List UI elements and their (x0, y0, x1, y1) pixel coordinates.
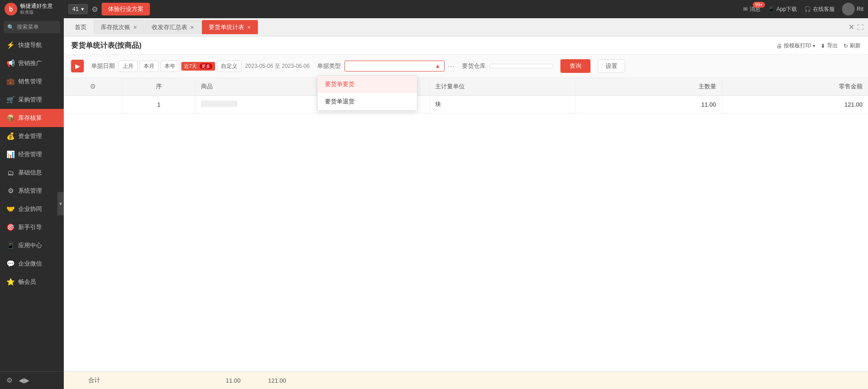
date-btn-custom[interactable]: 自定义 (217, 61, 241, 72)
product-placeholder (201, 101, 237, 107)
top-header: b 畅捷通好生意 标准版 41 ▾ ⚙ 体验行业方案 ✉ 消息 99+ 📱 Ap… (0, 0, 868, 18)
tab-order-stats[interactable]: 要货单统计表 ✕ (202, 20, 258, 34)
settings-button[interactable]: 设置 (598, 59, 625, 73)
sidebar-item-marketing[interactable]: 📢 营销推广 (0, 54, 64, 72)
tabs-bar: 首页 库存批次账 ✕ 收发存汇总表 ✕ 要货单统计表 ✕ ✕ ⛶ (64, 18, 868, 36)
dropdown-item-order[interactable]: 要货单要货 (318, 76, 417, 93)
app-name: 畅捷通好生意 (20, 3, 53, 9)
refresh-label: 刷新 (850, 42, 861, 50)
col-header-num: 序 (122, 78, 195, 96)
messages-btn[interactable]: ✉ 消息 99+ (743, 5, 760, 13)
data-table: ⚙ 序 商品 主计量单位 主数量 (64, 78, 868, 113)
trial-button[interactable]: 体验行业方案 (102, 3, 150, 15)
date-btn-this-month[interactable]: 本月 (139, 61, 159, 72)
filter-expand-btn[interactable]: ▶ (71, 60, 84, 72)
basic-icon: 🗂 (6, 169, 15, 177)
app-download-btn[interactable]: 📱 App下载 (768, 5, 797, 13)
sidebar-scroll[interactable]: ▼ (57, 192, 64, 215)
sidebar-item-quick-nav[interactable]: ⚡ 快捷导航 (0, 36, 64, 54)
print-label: 按模板打印 (784, 42, 811, 50)
sidebar-label-guide: 新手引导 (18, 223, 42, 231)
query-button[interactable]: 查询 (560, 59, 591, 73)
settings-bottom-icon[interactable]: ⚙ (6, 376, 12, 384)
header-center: 41 ▾ ⚙ 体验行业方案 (68, 3, 743, 15)
sidebar-bottom: ⚙ ◀▶ (0, 371, 64, 389)
app-label: App下载 (776, 5, 797, 13)
sidebar-label-appstore: 应用中心 (18, 241, 42, 250)
tab-stock-summary[interactable]: 收发存汇总表 ✕ (145, 20, 201, 34)
type-more-icon[interactable]: ⋯ (447, 62, 455, 71)
tab-order-stats-label: 要货单统计表 (209, 23, 244, 31)
app-icon: 📱 (768, 6, 775, 12)
page-actions: 🖨 按模板打印 ▾ ⬇ 导出 ↻ 刷新 (776, 42, 861, 50)
sidebar-label-purchase: 采购管理 (18, 96, 42, 104)
table-area: ⚙ 序 商品 主计量单位 主数量 (64, 78, 868, 371)
row-qty-cell: 11.00 (575, 96, 722, 113)
sidebar-item-guide[interactable]: 🎯 新手引导 (0, 218, 64, 236)
collapse-icon[interactable]: ◀▶ (19, 376, 30, 384)
sidebar-item-purchase[interactable]: 🛒 采购管理 (0, 91, 64, 109)
search-icon: 🔍 (7, 24, 14, 31)
user-avatar[interactable]: Rit (842, 3, 863, 15)
store-selector[interactable]: 41 ▾ (68, 4, 88, 14)
tab-close-all[interactable]: ✕ (848, 23, 854, 31)
type-select[interactable]: ▲ (344, 61, 445, 72)
sidebar-label-enterprise: 企业协同 (18, 205, 42, 213)
print-btn[interactable]: 🖨 按模板打印 ▾ (776, 42, 815, 50)
service-label: 在线客服 (813, 5, 835, 13)
service-icon: 🎧 (804, 6, 811, 12)
sidebar-label-inventory: 库存核算 (18, 114, 42, 122)
dropdown-item-return[interactable]: 要货单退货 (318, 93, 417, 110)
warehouse-select[interactable] (489, 64, 553, 68)
refresh-btn[interactable]: ↻ 刷新 (843, 42, 861, 50)
store-name: 41 (72, 6, 78, 12)
tab-stock-summary-close[interactable]: ✕ (190, 25, 194, 31)
quick-nav-icon: ⚡ (6, 41, 15, 49)
tab-expand[interactable]: ⛶ (857, 24, 863, 31)
type-dropdown-arrow: ▲ (435, 63, 441, 69)
sidebar-item-inventory[interactable]: 📦 库存核算 (0, 109, 64, 127)
settings-icon[interactable]: ⚙ (92, 5, 98, 14)
guide-icon: 🎯 (6, 223, 15, 231)
search-menu[interactable]: 🔍 搜索菜单 (4, 21, 60, 33)
sidebar-item-member[interactable]: ⭐ 畅会员 (0, 273, 64, 291)
service-btn[interactable]: 🎧 在线客服 (804, 5, 835, 13)
date-btn-this-year[interactable]: 本年 (160, 61, 180, 72)
chevron-down-icon: ▾ (81, 6, 84, 12)
logo-area: b 畅捷通好生意 标准版 (5, 3, 68, 15)
app-sub: 标准版 (20, 9, 53, 15)
col-header-qty: 主数量 (575, 78, 722, 96)
header-right: ✉ 消息 99+ 📱 App下载 🎧 在线客服 Rit (743, 3, 863, 15)
dropdown-return-label: 要货单退货 (325, 98, 354, 105)
col-header-settings[interactable]: ⚙ (64, 78, 122, 96)
export-btn[interactable]: ⬇ 导出 (821, 42, 838, 50)
sidebar-item-enterprise[interactable]: 🤝 企业协同 (0, 200, 64, 218)
sidebar-label-basic: 基础信息 (18, 169, 42, 177)
sidebar-item-sales[interactable]: 💼 销售管理 (0, 72, 64, 91)
sidebar-item-wechat[interactable]: 💬 企业微信 (0, 255, 64, 273)
refresh-icon: ↻ (843, 43, 848, 49)
marketing-icon: 📢 (6, 59, 15, 67)
row-unit-cell: 块 (429, 96, 575, 113)
col-header-amount: 零售金额 (722, 78, 868, 96)
tab-home[interactable]: 首页 (68, 20, 93, 34)
col-settings-icon[interactable]: ⚙ (90, 82, 96, 90)
date-btn-last-month[interactable]: 上月 (118, 61, 138, 72)
warehouse-label: 要货仓库 (462, 62, 486, 70)
page-content: 要货单统计表(按商品) 🖨 按模板打印 ▾ ⬇ 导出 ↻ 刷新 (64, 36, 868, 389)
tab-inventory-batch-close[interactable]: ✕ (133, 25, 137, 31)
sidebar-item-appstore[interactable]: 📱 应用中心 (0, 236, 64, 255)
purchase-icon: 🛒 (6, 96, 15, 104)
sales-icon: 💼 (6, 77, 15, 86)
sidebar-item-operations[interactable]: 📊 经营管理 (0, 145, 64, 164)
warehouse-filter-group: 要货仓库 (462, 62, 553, 70)
sidebar-label-sales: 销售管理 (18, 77, 42, 86)
sidebar-item-finance[interactable]: 💰 资金管理 (0, 127, 64, 145)
tab-order-stats-close[interactable]: ✕ (247, 25, 251, 31)
sidebar-item-system[interactable]: ⚙ 系统管理 (0, 182, 64, 200)
sidebar-item-basic[interactable]: 🗂 基础信息 (0, 164, 64, 182)
dropdown-order-label: 要货单要货 (325, 81, 354, 87)
print-dropdown-icon: ▾ (813, 43, 815, 48)
tab-inventory-batch[interactable]: 库存批次账 ✕ (94, 20, 144, 34)
date-btn-recent7[interactable]: 近7天 更多 (181, 62, 215, 71)
